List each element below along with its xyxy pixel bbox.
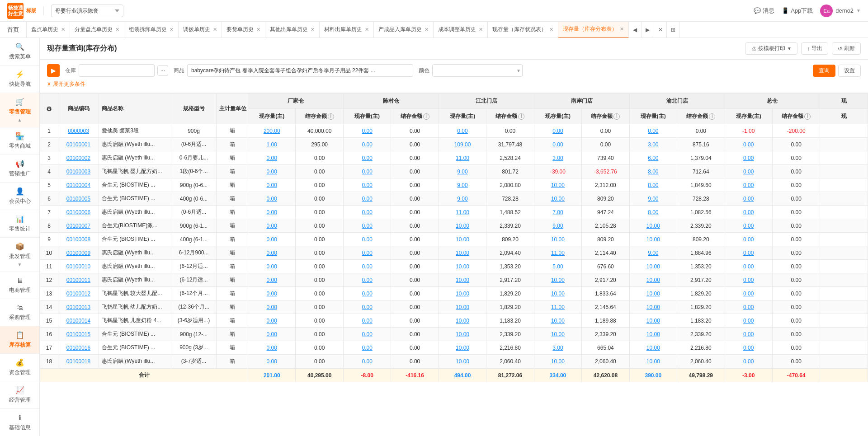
cell-nanan-qty[interactable]: 3.00 [534,341,581,355]
cell-jiangbei-qty[interactable]: 10.00 [439,233,486,246]
tab-count-single-sub[interactable]: 分量盘点单历史 ✕ [70,22,124,38]
cell-chenlu-qty[interactable]: 0.00 [343,219,391,233]
cell-yubeimen-qty[interactable]: 8.00 [629,206,677,219]
footer-chenlu-qty[interactable]: -8.00 [343,368,391,382]
cell-total-qty[interactable]: -1.00 [725,124,772,138]
cell-factory-qty[interactable]: 200.00 [248,124,296,138]
cell-yubeimen-qty[interactable]: 6.00 [629,151,677,165]
cell-chenlu-qty[interactable]: 0.00 [343,341,391,355]
sidebar-item-marketing[interactable]: 📢 营销推广 [0,155,39,183]
cell-chenlu-qty[interactable]: 0.00 [343,246,391,260]
footer-jiangbei-qty[interactable]: 494.00 [439,368,486,382]
warehouse-input[interactable] [79,64,155,77]
cell-nanan-qty[interactable]: 10.00 [534,314,581,328]
cell-factory-qty[interactable]: 0.00 [248,341,296,355]
cell-factory-qty[interactable]: 0.00 [248,287,296,300]
cell-yubeimen-qty[interactable]: 8.00 [629,165,677,178]
tab-next-btn[interactable]: ▶ [642,22,654,38]
tab-transfer[interactable]: 调拨单历史 ✕ [179,22,222,38]
query-btn[interactable]: 查询 [813,65,835,77]
app-download-btn[interactable]: 📱 App下载 [782,7,813,15]
tab-expand-btn[interactable]: ⊞ [667,22,679,38]
refresh-btn[interactable]: ↺ 刷新 [832,42,861,55]
cell-factory-qty[interactable]: 0.00 [248,355,296,369]
cell-factory-qty[interactable]: 0.00 [248,273,296,287]
close-icon[interactable]: ✕ [213,27,217,33]
sidebar-item-retail-store[interactable]: 🏪 零售商城 [0,127,39,155]
cell-yubeimen-qty[interactable]: 9.00 [629,192,677,206]
close-icon[interactable]: ✕ [425,27,429,33]
close-icon[interactable]: ✕ [549,27,553,33]
cell-chenlu-qty[interactable]: 0.00 [343,273,391,287]
warehouse-ellipsis-btn[interactable]: ··· [157,65,168,76]
cell-total-qty[interactable]: 0.00 [725,341,772,355]
cell-yubeimen-qty[interactable]: 10.00 [629,328,677,341]
cell-factory-qty[interactable]: 0.00 [248,260,296,273]
cell-nanan-qty[interactable]: 10.00 [534,273,581,287]
cell-total-qty[interactable]: 0.00 [725,192,772,206]
close-icon[interactable]: ✕ [365,27,369,33]
cell-jiangbei-qty[interactable]: 11.00 [439,206,486,219]
cell-jiangbei-qty[interactable]: 10.00 [439,314,486,328]
cell-nanan-qty[interactable]: 5.00 [534,260,581,273]
cell-yubeimen-qty[interactable]: 0.00 [629,124,677,138]
cell-jiangbei-qty[interactable]: 10.00 [439,260,486,273]
color-input[interactable] [432,64,523,77]
cell-nanan-qty[interactable]: 0.00 [534,138,581,151]
cell-total-qty[interactable]: 0.00 [725,206,772,219]
cell-yubeimen-qty[interactable]: 3.00 [629,138,677,151]
cell-nanan-qty[interactable]: 11.00 [534,300,581,314]
cell-total-qty[interactable]: 0.00 [725,273,772,287]
cell-chenlu-qty[interactable]: 0.00 [343,138,391,151]
cell-jiangbei-qty[interactable]: 11.00 [439,151,486,165]
cell-chenlu-qty[interactable]: 0.00 [343,260,391,273]
info-icon[interactable]: i [518,113,524,120]
close-icon[interactable]: ✕ [170,27,174,33]
cell-jiangbei-qty[interactable]: 10.00 [439,219,486,233]
cell-nanan-qty[interactable]: 10.00 [534,287,581,300]
cell-factory-qty[interactable]: 0.00 [248,233,296,246]
info-icon[interactable]: i [328,113,334,120]
info-icon[interactable]: i [804,113,811,120]
cell-nanan-qty[interactable]: 10.00 [534,233,581,246]
cell-yubeimen-qty[interactable]: 10.00 [629,260,677,273]
close-icon[interactable]: ✕ [61,27,65,33]
close-icon[interactable]: ✕ [620,26,624,32]
cell-factory-qty[interactable]: 0.00 [248,314,296,328]
goods-input[interactable] [187,64,413,77]
sidebar-item-finance[interactable]: 💰 资金管理 [0,354,39,381]
cell-chenlu-qty[interactable]: 0.00 [343,233,391,246]
close-icon[interactable]: ✕ [256,27,260,33]
cell-yubeimen-qty[interactable]: 10.00 [629,341,677,355]
cell-jiangbei-qty[interactable]: 10.00 [439,355,486,369]
cell-chenlu-qty[interactable]: 0.00 [343,355,391,369]
cell-jiangbei-qty[interactable]: 9.00 [439,165,486,178]
cell-total-qty[interactable]: 0.00 [725,300,772,314]
tab-stock-dist[interactable]: 现存量（库存分布表） ✕ [558,22,629,38]
tab-order[interactable]: 要货单历史 ✕ [222,22,265,38]
footer-total-qty[interactable]: -3.00 [725,368,772,382]
sidebar-item-base[interactable]: ℹ 基础信息 [0,409,39,436]
cell-jiangbei-qty[interactable]: 0.00 [439,124,486,138]
cell-factory-qty[interactable]: 0.00 [248,300,296,314]
tab-material-out[interactable]: 材料出库单历史 ✕ [320,22,374,38]
cell-chenlu-qty[interactable]: 0.00 [343,300,391,314]
message-btn[interactable]: 💬 消息 [754,7,774,15]
cell-total-qty[interactable]: 0.00 [725,233,772,246]
cell-yubeimen-qty[interactable]: 10.00 [629,273,677,287]
cell-total-qty[interactable]: 0.00 [725,355,772,369]
cell-jiangbei-qty[interactable]: 109.00 [439,138,486,151]
sidebar-item-ops[interactable]: 📈 经营管理 [0,381,39,409]
cell-total-qty[interactable]: 0.00 [725,151,772,165]
cell-chenlu-qty[interactable]: 0.00 [343,314,391,328]
tab-other-out[interactable]: 其他出库单历史 ✕ [265,22,320,38]
cell-total-qty[interactable]: 0.00 [725,287,772,300]
tab-count-single[interactable]: 盘点单历史 ✕ [27,22,70,38]
cell-jiangbei-qty[interactable]: 10.00 [439,273,486,287]
tab-close-btn[interactable]: ✕ [654,22,667,38]
footer-nanan-qty[interactable]: 334.00 [534,368,581,382]
cell-nanan-qty[interactable]: 9.00 [534,219,581,233]
sidebar-item-wholesale[interactable]: 📦 批发管理 ▼ [0,238,39,272]
tab-prev-btn[interactable]: ◀ [629,22,642,38]
cell-jiangbei-qty[interactable]: 9.00 [439,178,486,192]
